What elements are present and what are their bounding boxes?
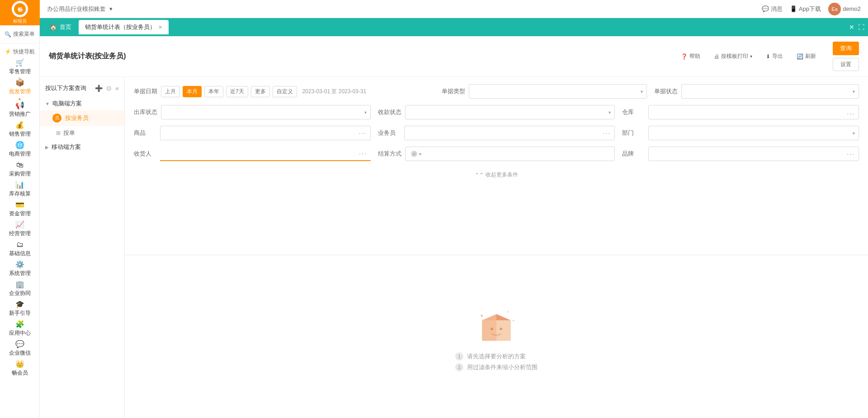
brand-input[interactable]: ···	[648, 147, 859, 161]
collapse-panel-btn[interactable]: «	[115, 85, 119, 92]
page-header: 销货单统计表(按业务员) ❓ 帮助 🖨 按模板打印 ▾ ⬇ 导出 🔄 刷新	[40, 36, 868, 77]
goods-input[interactable]: ···	[160, 126, 371, 140]
sidebar-item-marketing[interactable]: 📢 营销推广	[0, 100, 40, 119]
app-download-btn[interactable]: 📱 App下载	[790, 5, 821, 13]
sidebar-item-member-label: 畅会员	[12, 369, 28, 377]
quick-nav[interactable]: ⚡ 快捷导航	[0, 43, 40, 60]
add-scheme-btn[interactable]: ➕	[95, 85, 103, 92]
out-status-select[interactable]: ▾	[161, 105, 371, 119]
svg-text:✦: ✦	[480, 313, 484, 318]
sidebar-item-finance[interactable]: 💳 资金管理	[0, 199, 40, 219]
quick-nav-label: 快捷导航	[13, 48, 35, 56]
filter-row-2: 出库状态 ▾ 收款状态 ▾	[134, 105, 859, 119]
filter-panel: 按以下方案查询 ➕ ⊙ « ▼ 电脑端方案	[40, 77, 125, 418]
date-btn-more[interactable]: 更多	[251, 86, 270, 97]
svg-text:畅: 畅	[17, 7, 22, 12]
svg-marker-3	[482, 314, 496, 320]
collapse-bar[interactable]: ⌃⌃ 收起更多条件	[134, 167, 859, 182]
date-btn-custom[interactable]: 自定义	[273, 86, 297, 97]
sidebar-item-ecommerce[interactable]: 🌐 电商管理	[0, 139, 40, 159]
sidebar-item-purchase[interactable]: 🛍 采购管理	[0, 159, 40, 179]
sidebar-logo[interactable]: 畅 标报员	[0, 0, 40, 25]
sidebar-item-sales-label: 销售管理	[9, 130, 31, 138]
goods-label: 商品	[134, 129, 156, 137]
finance-icon: 💳	[15, 200, 24, 209]
dept-select[interactable]: ▾	[648, 126, 859, 140]
filter-group-mobile-header[interactable]: ▶ 移动端方案	[40, 140, 124, 154]
sidebar-item-system[interactable]: ⚙️ 系统管理	[0, 259, 40, 279]
sidebar-item-retail[interactable]: 🛒 零售管理 ▼	[0, 60, 40, 80]
msg-btn[interactable]: 💬 消息	[762, 5, 783, 13]
payment-select[interactable]: ✕ ▾	[405, 147, 615, 161]
tab-sales-stat[interactable]: 销货单统计表（按业务员） ✕	[79, 20, 169, 34]
sidebar-item-apps[interactable]: 🧩 应用中心	[0, 318, 40, 338]
topbar: 办公用品行业模拟账套 ▾ 💬 消息 📱 App下载 Ea demo2	[40, 0, 868, 18]
tab-home[interactable]: 🏠 首页	[43, 20, 78, 34]
tab-close-icon[interactable]: ✕	[158, 24, 162, 30]
sidebar-item-operations[interactable]: 📈 经营管理	[0, 219, 40, 239]
logo-icon: 畅	[12, 1, 28, 17]
sidebar-item-member[interactable]: 👑 畅会员	[0, 358, 40, 378]
username: demo2	[843, 5, 861, 12]
sidebar-item-basic[interactable]: 🗂 基础信息	[0, 239, 40, 259]
tab-sales-stat-label: 销货单统计表（按业务员）	[85, 23, 156, 31]
topbar-dropdown[interactable]: ▾	[109, 5, 113, 12]
warehouse-input[interactable]: ...	[648, 105, 859, 119]
user-avatar-area[interactable]: Ea demo2	[828, 3, 861, 15]
warehouse-dots-icon: ...	[847, 109, 855, 116]
filter-panel-header: 按以下方案查询 ➕ ⊙ «	[40, 81, 124, 95]
sidebar-item-inventory[interactable]: 📊 库存核算	[0, 179, 40, 199]
filter-panel-title: 按以下方案查询	[45, 84, 86, 92]
search-menu[interactable]: 🔍 搜索菜单	[0, 25, 40, 43]
filter-item-by-order[interactable]: ⊞ 按单	[40, 126, 124, 140]
template-print-btn[interactable]: 🖨 按模板打印 ▾	[710, 50, 756, 62]
refresh-btn[interactable]: 🔄 刷新	[793, 50, 820, 62]
basic-icon: 🗂	[16, 241, 24, 249]
brand-dots-icon: ···	[847, 150, 855, 157]
body-layout: 按以下方案查询 ➕ ⊙ « ▼ 电脑端方案	[40, 77, 868, 418]
doc-type-select[interactable]: ▾	[469, 84, 646, 99]
topbar-left: 办公用品行业模拟账套 ▾	[47, 5, 113, 13]
payment-clear-icon[interactable]: ✕	[411, 151, 417, 157]
sidebar-item-wholesale[interactable]: 📦 批发管理 ▲	[0, 80, 40, 100]
export-btn[interactable]: ⬇ 导出	[762, 50, 787, 62]
settings-btn[interactable]: 设置	[833, 58, 859, 71]
collect-status-select[interactable]: ▾	[405, 105, 615, 119]
date-btn-last-7[interactable]: 近7天	[226, 86, 248, 97]
member-icon: 👑	[15, 360, 24, 368]
sidebar-item-sales[interactable]: 💰 销售管理	[0, 119, 40, 139]
staff-input[interactable]: ···	[404, 126, 615, 140]
topbar-title: 办公用品行业模拟账套	[47, 5, 106, 13]
filter-item-by-staff[interactable]: 员 按业务员	[40, 110, 124, 126]
template-print-label: 按模板打印	[721, 52, 748, 60]
date-btn-last-month[interactable]: 上月	[161, 86, 180, 97]
close-window-icon[interactable]: ✕	[849, 24, 854, 31]
enterprise-icon: 🏢	[15, 280, 24, 289]
query-btn[interactable]: 查询	[833, 42, 859, 55]
date-btn-this-month[interactable]: 本月	[183, 86, 202, 97]
edit-scheme-btn[interactable]: ⊙	[106, 85, 112, 92]
receiver-input[interactable]: ···	[160, 147, 371, 161]
help-btn[interactable]: ❓ 帮助	[677, 50, 704, 62]
filter-row-4: 收货人 ··· 结算方式 ✕ ▾	[134, 147, 859, 161]
maximize-icon[interactable]: ⛶	[858, 24, 864, 31]
sidebar-item-wechat[interactable]: 💬 企业微信	[0, 338, 40, 358]
receiver-label: 收货人	[134, 150, 156, 158]
payment-field: 结算方式 ✕ ▾	[378, 147, 615, 161]
svg-rect-6	[496, 320, 511, 341]
chevron-down-icon: ▾	[109, 5, 113, 12]
doc-status-select[interactable]: ▾	[681, 84, 859, 99]
doc-type-field: 单据类型 ▾	[442, 84, 646, 99]
system-icon: ⚙️	[15, 260, 24, 269]
sidebar-item-enterprise[interactable]: 🏢 企业协同	[0, 279, 40, 299]
staff-scheme-icon: 员	[52, 114, 61, 123]
filter-group-desktop-label: 电脑端方案	[52, 100, 82, 108]
date-btn-this-year[interactable]: 本年	[204, 86, 223, 97]
search-icon: 🔍	[5, 31, 11, 38]
step-2-text: 用过滤条件来缩小分析范围	[467, 363, 538, 371]
export-icon: ⬇	[766, 53, 770, 60]
sidebar-item-newbie[interactable]: 🎓 新手引导	[0, 299, 40, 318]
sidebar-item-system-label: 系统管理	[9, 270, 31, 277]
filter-group-desktop-header[interactable]: ▼ 电脑端方案	[40, 97, 124, 110]
receiver-dots-icon: ···	[359, 150, 367, 157]
